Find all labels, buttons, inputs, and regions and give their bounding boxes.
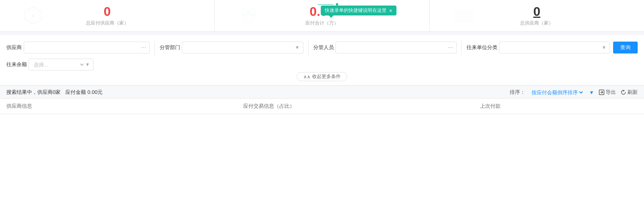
- svg-point-6: [246, 13, 251, 18]
- collapse-label: 收起更多条件: [312, 73, 341, 80]
- balance-select-wrapper[interactable]: 选择... ▼: [29, 59, 93, 71]
- sort-label: 排序：: [510, 89, 525, 96]
- stat-value-payable-suppliers: 0: [104, 5, 111, 19]
- stat-payable-total: 0.00 应付合计（万） 快速录单的快捷键说明在这里 ×: [215, 0, 429, 31]
- supplier-input-wrapper[interactable]: ···: [24, 42, 150, 53]
- result-summary: 搜索结果中，供应商0家 应付金额 0.00元: [6, 89, 103, 96]
- result-supplier-count: 搜索结果中，供应商0家: [6, 89, 61, 96]
- filter-unit-class: 往来单位分类 ▼: [467, 42, 610, 53]
- filter-person: 分管人员 ···: [313, 42, 457, 53]
- filter-row-1: 供应商 ··· 分管部门 ▼ 分管人员 ···: [6, 40, 638, 55]
- collapse-up-icon: ∧∧: [303, 74, 311, 80]
- supplier-label: 供应商: [6, 44, 22, 51]
- divider-3: [461, 40, 462, 55]
- result-amount: 应付金额 0.00元: [65, 89, 103, 96]
- svg-rect-9: [465, 11, 473, 22]
- refresh-label: 刷新: [627, 89, 638, 96]
- table-body: [0, 114, 644, 204]
- tooltip-close-button[interactable]: ×: [389, 8, 392, 13]
- divider-2: [308, 40, 309, 55]
- person-label: 分管人员: [313, 44, 334, 51]
- col-last-payment-header: 上次付款: [480, 103, 638, 110]
- boxes-icon: [453, 7, 474, 24]
- department-input-wrapper[interactable]: ▼: [182, 42, 303, 53]
- tooltip-text: 快速录单的快捷键说明在这里: [325, 7, 387, 14]
- balance-label: 往来余额: [6, 61, 27, 68]
- collapse-button[interactable]: ∧∧ 收起更多条件: [297, 72, 347, 81]
- balance-chevron-icon: ▼: [85, 62, 90, 67]
- stat-value-total-suppliers: 0: [533, 5, 540, 19]
- department-input[interactable]: [185, 45, 295, 51]
- person-dots-icon[interactable]: ···: [448, 44, 453, 51]
- col-transaction-header: 应付交易信息（占比）: [243, 103, 480, 110]
- refresh-button[interactable]: 刷新: [621, 89, 638, 96]
- diamond-icon: ◆: [24, 6, 43, 26]
- supplier-dots-icon[interactable]: ···: [141, 44, 146, 51]
- tooltip-line: [318, 4, 333, 5]
- unit-class-chevron-icon: ▼: [602, 45, 606, 50]
- stat-label-payable-total: 应付合计（万）: [305, 20, 339, 27]
- filter-bar: 供应商 ··· 分管部门 ▼ 分管人员 ···: [0, 35, 644, 86]
- unit-class-input[interactable]: [503, 45, 602, 51]
- stat-total-payable-suppliers: ◆ 0 总应付供应商（家）: [0, 0, 215, 31]
- sort-chevron-icon: ▼: [589, 90, 594, 95]
- svg-point-3: [243, 11, 254, 22]
- result-controls: 排序： 按应付会额倒序排序 ▼ 导出 刷新: [510, 89, 638, 96]
- unit-class-input-wrapper[interactable]: ▼: [499, 42, 610, 53]
- svg-text:◆: ◆: [32, 13, 35, 17]
- col-supplier-header: 供应商信息: [6, 103, 243, 110]
- stats-bar: ◆ 0 总应付供应商（家） 0.00 应付合计（万） 快速录单的快捷键说明在这里…: [0, 0, 644, 32]
- filter-supplier: 供应商 ···: [6, 42, 150, 53]
- supplier-input[interactable]: [27, 45, 141, 51]
- person-input-wrapper[interactable]: ···: [335, 42, 457, 53]
- filter-balance: 往来余额 选择... ▼: [6, 59, 93, 71]
- person-input[interactable]: [339, 45, 448, 51]
- department-chevron-icon: ▼: [295, 45, 300, 50]
- divider-1: [154, 40, 155, 55]
- stat-total-suppliers: 0 总供应商（家）: [430, 0, 644, 31]
- export-button[interactable]: 导出: [599, 89, 616, 96]
- collapse-row: ∧∧ 收起更多条件: [6, 72, 638, 81]
- bear-icon: [238, 5, 259, 27]
- stat-label-total-suppliers: 总供应商（家）: [520, 20, 553, 27]
- query-button[interactable]: 查询: [613, 42, 638, 53]
- table-header: 供应商信息 应付交易信息（占比） 上次付款: [0, 99, 644, 114]
- filter-row-2: 往来余额 选择... ▼: [6, 59, 638, 71]
- balance-select[interactable]: 选择...: [32, 61, 85, 68]
- unit-class-label: 往来单位分类: [467, 44, 497, 51]
- sort-select[interactable]: 按应付会额倒序排序: [530, 89, 584, 96]
- result-bar: 搜索结果中，供应商0家 应付金额 0.00元 排序： 按应付会额倒序排序 ▼ 导…: [0, 86, 644, 99]
- department-label: 分管部门: [160, 44, 180, 51]
- export-label: 导出: [606, 89, 616, 96]
- filter-department: 分管部门 ▼: [160, 42, 303, 53]
- tooltip-bubble: 快速录单的快捷键说明在这里 ×: [321, 6, 396, 15]
- stat-label-payable-suppliers: 总应付供应商（家）: [86, 20, 129, 27]
